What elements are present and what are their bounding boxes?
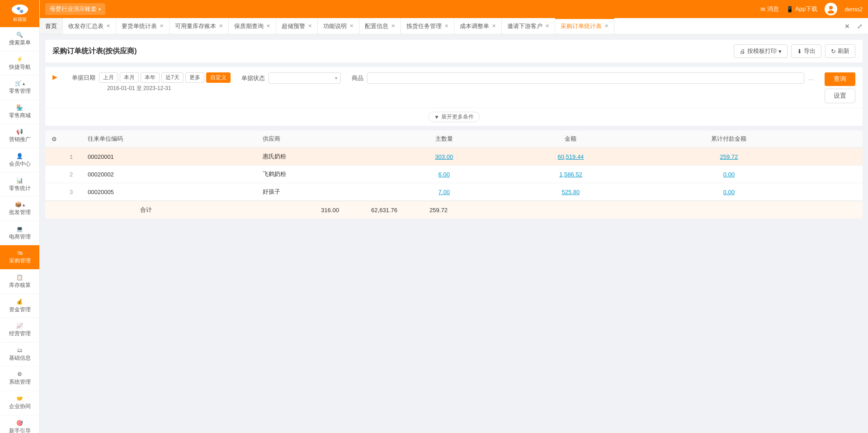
app-download-btn[interactable]: 📱 App下载 — [786, 5, 817, 13]
close-tab-icon[interactable]: ✕ — [843, 22, 852, 31]
tab-overstock[interactable]: 超储预警✕ — [276, 18, 318, 34]
date-range-label: 2016-01-01 至 2023-12-31 — [107, 85, 171, 92]
sidebar-item-basic-info[interactable]: 🗂 基础信息 — [0, 343, 39, 367]
tab-func-desc[interactable]: 功能说明✕ — [318, 18, 359, 34]
user-avatar[interactable] — [825, 3, 837, 15]
sidebar-item-ecommerce[interactable]: 💻 电商管理 — [0, 221, 39, 246]
date-filter-col: 单据日期 上月 本月 本年 近7天 更多 自定义 2016-01-01 至 20… — [72, 72, 231, 92]
tab-close-cost-adjust[interactable]: ✕ — [492, 23, 496, 29]
date-btn-custom[interactable]: 自定义 — [206, 72, 231, 83]
tab-close-goods-stats[interactable]: ✕ — [160, 23, 164, 29]
goods-more-icon[interactable]: … — [808, 75, 814, 81]
sidebar-item-retail-mall[interactable]: 🏪 零售商城 — [0, 100, 39, 124]
tab-receivable[interactable]: 收发存汇总表✕ — [63, 18, 116, 34]
tab-close-pick-task[interactable]: ✕ — [444, 23, 448, 29]
date-btn-this-month[interactable]: 本月 — [120, 72, 139, 83]
sidebar-item-label-wholesale: 批发管理 — [9, 209, 31, 216]
th-settings[interactable]: ⚙ — [45, 130, 63, 148]
sidebar-item-promotion[interactable]: 📢 营销推广 — [0, 124, 39, 148]
column-settings-icon[interactable]: ⚙ — [52, 136, 57, 143]
tab-label-invite-downstream: 邀请下游客户 — [507, 22, 542, 30]
page-header: 采购订单统计表(按供应商) 🖨 按模板打印 ▾ ⬇ 导出 ↻ 刷新 — [45, 40, 863, 62]
table-row[interactable]: 2 00020002 飞鹤奶粉 6.00 1,586.52 0.00 — [45, 166, 863, 183]
member-icon: 👤 — [16, 153, 23, 159]
enterprise-icon: 🤝 — [16, 395, 23, 402]
tab-close-invite-downstream[interactable]: ✕ — [545, 23, 549, 29]
tab-close-stock-ledger[interactable]: ✕ — [219, 23, 223, 29]
tab-close-config-info[interactable]: ✕ — [391, 23, 395, 29]
table-row[interactable]: 1 00020001 惠氏奶粉 303.00 60,519.44 259.72 — [45, 148, 863, 166]
tab-config-info[interactable]: 配置信息✕ — [359, 18, 401, 34]
sidebar-item-inventory[interactable]: 📋 库存核算 — [0, 270, 39, 294]
workspace-selector[interactable]: 母婴行业演示账套 ▾ — [45, 3, 105, 15]
tab-purchase-stats[interactable]: 采购订单统计表✕ — [555, 18, 614, 34]
shortcut-icon: ⚡ — [16, 56, 23, 62]
sidebar-item-retail[interactable]: 🛒 ▴ 零售管理 — [0, 76, 39, 100]
date-label: 单据日期 — [72, 74, 95, 82]
expand-more-btn[interactable]: ▼ 展开更多条件 — [428, 112, 480, 122]
date-btn-7days[interactable]: 近7天 — [161, 72, 184, 83]
filter-area: ▶ 单据日期 上月 本月 本年 近7天 更多 自定义 — [45, 67, 863, 126]
query-btn[interactable]: 查询 — [825, 72, 855, 86]
tab-close-purchase-stats[interactable]: ✕ — [604, 23, 609, 29]
sidebar-item-search[interactable]: 🔍 搜索菜单 — [0, 27, 39, 52]
table-row[interactable]: 3 00020005 好孩子 7.00 525.80 0.00 — [45, 183, 863, 201]
sidebar-item-member[interactable]: 👤 会员中心 — [0, 148, 39, 173]
sidebar-item-retail-stats[interactable]: 📊 零售统计 — [0, 173, 39, 197]
data-table: ⚙ 往来单位编码 供应商 主数量 金额 累计付款金额 1 00020001 惠氏… — [45, 130, 863, 201]
date-btn-this-year[interactable]: 本年 — [141, 72, 160, 83]
print-label: 按模板打印 — [747, 47, 777, 55]
sidebar: 🐾 标题版 🔍 搜索菜单 ⚡ 快捷导航 🛒 ▴ 零售管理 🏪 零售商城 📢 营 — [0, 0, 40, 433]
sidebar-item-enterprise[interactable]: 🤝 企业协同 — [0, 391, 39, 415]
goods-input[interactable] — [367, 72, 804, 84]
row-supplier-cell: 飞鹤奶粉 — [256, 166, 388, 183]
username-label[interactable]: demo2 — [844, 6, 863, 13]
sidebar-item-operations[interactable]: 📈 经营管理 — [0, 318, 39, 343]
row-extra-cell — [816, 148, 863, 166]
tab-goods-stats[interactable]: 要货单统计表✕ — [116, 18, 170, 34]
sidebar-item-label-operations: 经营管理 — [9, 330, 31, 338]
settings-btn[interactable]: 设置 — [825, 89, 855, 103]
date-btn-last-month[interactable]: 上月 — [99, 72, 118, 83]
sidebar-item-new-guide[interactable]: 🎯 新手引导 — [0, 415, 39, 433]
tab-label-purchase-stats: 采购订单统计表 — [561, 22, 602, 30]
tab-close-overstock[interactable]: ✕ — [308, 23, 312, 29]
date-btn-more[interactable]: 更多 — [185, 72, 204, 83]
sidebar-item-shortcut[interactable]: ⚡ 快捷导航 — [0, 52, 39, 76]
sidebar-item-purchase[interactable]: 🛍 采购管理 — [0, 245, 39, 270]
tab-stock-ledger[interactable]: 可用量库存账本✕ — [170, 18, 229, 34]
tab-close-func-desc[interactable]: ✕ — [349, 23, 354, 29]
sidebar-item-label-enterprise: 企业协同 — [9, 403, 31, 410]
th-paid: 累计付款金额 — [642, 130, 816, 148]
status-select[interactable] — [269, 72, 341, 84]
sidebar-item-label-retail: 零售管理 — [9, 88, 31, 95]
tab-close-receivable[interactable]: ✕ — [106, 23, 110, 29]
filter-expand-icon[interactable]: ▶ — [52, 73, 57, 81]
sidebar-item-label-inventory: 库存核算 — [9, 282, 31, 289]
tab-cost-adjust[interactable]: 成本调整单✕ — [454, 18, 502, 34]
sidebar-item-wholesale[interactable]: 📦 ▴ 批发管理 — [0, 197, 39, 221]
export-btn[interactable]: ⬇ 导出 — [791, 44, 821, 58]
tab-home[interactable]: 首页 — [40, 18, 63, 34]
sidebar-item-label-search: 搜索菜单 — [9, 39, 31, 47]
refresh-btn[interactable]: ↻ 刷新 — [825, 44, 855, 58]
expand-tab-icon[interactable]: ⤢ — [855, 22, 864, 31]
app-icon: 📱 — [786, 6, 793, 13]
tab-pick-task[interactable]: 拣货任务管理✕ — [401, 18, 454, 34]
message-btn[interactable]: ✉ 消息 — [760, 5, 779, 13]
date-range-group: 2016-01-01 至 2023-12-31 — [72, 85, 231, 92]
print-btn[interactable]: 🖨 按模板打印 ▾ — [734, 44, 788, 58]
sidebar-item-sys-mgmt[interactable]: ⚙ 系统管理 — [0, 366, 39, 391]
tab-expiry-query[interactable]: 保质期查询✕ — [229, 18, 276, 34]
goods-label: 商品 — [352, 74, 363, 82]
refresh-icon: ↻ — [831, 48, 836, 55]
sidebar-item-label-retail-stats: 零售统计 — [9, 185, 31, 192]
wholesale-icon: 📦 — [15, 201, 22, 208]
retail-icon: 🛒 — [15, 80, 22, 86]
tab-invite-downstream[interactable]: 邀请下游客户✕ — [502, 18, 555, 34]
sidebar-item-finance[interactable]: 💰 资金管理 — [0, 294, 39, 319]
row-amount-cell: 60,519.44 — [500, 148, 642, 166]
tab-close-expiry-query[interactable]: ✕ — [266, 23, 270, 29]
page-actions: 🖨 按模板打印 ▾ ⬇ 导出 ↻ 刷新 — [734, 44, 855, 58]
row-code-cell: 00020005 — [81, 183, 256, 201]
